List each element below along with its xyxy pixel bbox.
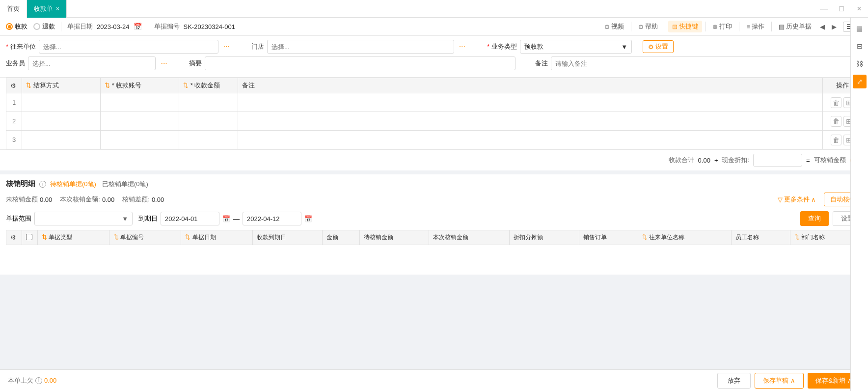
due-date-end-input[interactable] xyxy=(243,212,301,225)
check-col-header[interactable] xyxy=(22,230,38,245)
business-type-select[interactable]: 预收款 ▼ xyxy=(520,40,632,54)
staff-input[interactable] xyxy=(28,56,156,70)
more-conditions-btn[interactable]: ▽ 更多条件 ∧ xyxy=(778,195,816,204)
video-btn[interactable]: ⊙ 视频 xyxy=(600,21,628,32)
staff-field: 业务员 ··· xyxy=(6,56,169,70)
gear-col-header[interactable]: ⚙ xyxy=(6,230,22,245)
save-draft-button[interactable]: 保存草稿 ∧ xyxy=(755,373,804,389)
sidebar-print-icon[interactable]: ⊟ xyxy=(853,39,867,53)
note-input[interactable] xyxy=(551,56,862,70)
equals-sign: = xyxy=(806,157,810,164)
discount-header: 折扣分摊额 xyxy=(510,230,579,245)
settlement-cell-3[interactable] xyxy=(22,131,101,149)
current-amount-header: 本次核销金额 xyxy=(429,230,510,245)
store-input[interactable] xyxy=(267,40,454,54)
range-filter-field: 单据范围 ▼ xyxy=(6,212,133,225)
bottom-info-icon[interactable]: i xyxy=(35,377,42,384)
toolbar-row: 收款 退款 单据日期 2023-03-24 📅 单据编号 SK-20230324… xyxy=(0,18,868,36)
summary-input[interactable] xyxy=(205,56,516,70)
business-type-label: 业务类型 xyxy=(487,42,517,51)
history-btn[interactable]: ▤ 历史单据 xyxy=(775,21,815,32)
account-cell-2[interactable] xyxy=(101,112,179,131)
settlement-cell-2[interactable] xyxy=(22,112,101,131)
print-btn[interactable]: ⊜ 打印 xyxy=(708,21,736,32)
delete-btn-2[interactable]: 🗑 xyxy=(831,116,841,127)
business-type-field: 业务类型 预收款 ▼ ⚙ 设置 xyxy=(487,40,674,54)
save-draft-label: 保存草稿 xyxy=(763,376,788,385)
settlement-cell-1[interactable] xyxy=(22,93,101,112)
stat-unchecked: 未核销金额 0.00 xyxy=(6,195,52,204)
cal-start-icon[interactable]: 📅 xyxy=(222,215,230,223)
gear-icon-small[interactable]: ⚙ xyxy=(10,234,16,241)
query-btn[interactable]: 查询 xyxy=(800,211,829,226)
discount-input[interactable] xyxy=(753,154,802,167)
gear-icon-header[interactable]: ⚙ xyxy=(10,82,16,89)
radio-refund[interactable]: 退款 xyxy=(33,22,55,31)
bottom-table-wrapper: ⚙ ⇅ 单据类型 ⇅ 单据编号 ⇅ 单据日期 收款到期日 金额 待 xyxy=(6,230,862,270)
sidebar-table-icon[interactable]: ▦ xyxy=(853,22,867,35)
tab-home[interactable]: 首页 xyxy=(0,0,27,18)
operation-icon: ≡ xyxy=(746,23,750,30)
sidebar-expand-icon[interactable]: ⤢ xyxy=(853,75,867,88)
verify-info-icon[interactable]: i xyxy=(39,181,46,188)
tab-bar: 首页 收款单 × — □ × xyxy=(0,0,868,18)
operation-btn[interactable]: ≡ 操作 xyxy=(742,21,768,32)
date-range: 📅 — 📅 xyxy=(161,212,312,225)
delete-btn-1[interactable]: 🗑 xyxy=(831,97,841,108)
account-cell-3[interactable] xyxy=(101,131,179,149)
filter-row: 单据范围 ▼ 到期日 📅 — 📅 查询 设置 xyxy=(6,211,862,226)
sales-order-header: 销售订单 xyxy=(579,230,638,245)
counterparty-more-icon[interactable]: ··· xyxy=(221,42,232,51)
verify-tab-pending[interactable]: 待核销单据(0笔) xyxy=(50,180,96,189)
doc-type-header: ⇅ 单据类型 xyxy=(38,230,109,245)
pending-amount-header: 待核销金额 xyxy=(359,230,429,245)
video-icon: ⊙ xyxy=(604,23,610,30)
calendar-icon[interactable]: 📅 xyxy=(134,23,142,30)
chevron-down-icon: ▼ xyxy=(122,215,128,223)
amount-cell-1[interactable] xyxy=(179,93,238,112)
help-btn[interactable]: ⊙ 帮助 xyxy=(634,21,662,32)
staff-name-header: 员工名称 xyxy=(732,230,790,245)
next-arrow[interactable]: ▶ xyxy=(828,21,840,32)
minimize-button[interactable]: — xyxy=(815,0,833,18)
account-cell-1[interactable] xyxy=(101,93,179,112)
select-all-checkbox[interactable] xyxy=(26,234,32,240)
counterparty-input[interactable] xyxy=(39,40,218,54)
gear-header[interactable]: ⚙ xyxy=(6,78,22,93)
divider xyxy=(631,22,631,31)
doc-no-value: SK-20230324-001 xyxy=(184,23,236,30)
prev-arrow[interactable]: ◀ xyxy=(816,21,828,32)
chevron-up-icon-draft: ∧ xyxy=(790,377,795,384)
delete-btn-3[interactable]: 🗑 xyxy=(831,135,841,145)
help-label: 帮助 xyxy=(645,22,658,31)
table-row: 2 🗑 ⊞ xyxy=(6,112,862,131)
tab-close-icon[interactable]: × xyxy=(56,5,59,12)
shortcut-btn[interactable]: ⊟ 快捷键 xyxy=(668,21,702,32)
discount-label: 现金折扣: xyxy=(722,156,749,165)
note-cell-3[interactable] xyxy=(238,131,823,149)
sidebar-attach-icon[interactable]: ⛓ xyxy=(853,57,867,71)
verification-section: 核销明细 i 待核销单据(0笔) 已核销单据(0笔) 未核销金额 0.00 本次… xyxy=(0,174,868,275)
verification-table: ⚙ ⇅ 单据类型 ⇅ 单据编号 ⇅ 单据日期 收款到期日 金额 待 xyxy=(6,230,862,245)
tab-receipt[interactable]: 收款单 × xyxy=(27,0,67,18)
amount-cell-2[interactable] xyxy=(179,112,238,131)
row-num-2: 2 xyxy=(6,112,22,131)
amount-cell-3[interactable] xyxy=(179,131,238,149)
range-select[interactable]: ▼ xyxy=(34,212,133,225)
operation-label: 操作 xyxy=(752,22,764,31)
staff-more-icon[interactable]: ··· xyxy=(159,59,169,68)
radio-receipt[interactable]: 收款 xyxy=(6,22,27,31)
table-row: 3 🗑 ⊞ xyxy=(6,131,862,149)
store-more-icon[interactable]: ··· xyxy=(457,42,467,51)
due-date-start-input[interactable] xyxy=(161,212,219,225)
verify-title: 核销明细 xyxy=(6,179,35,189)
cal-end-icon[interactable]: 📅 xyxy=(304,215,312,223)
verify-tab-done[interactable]: 已核销单据(0笔) xyxy=(102,180,148,189)
note-cell-2[interactable] xyxy=(238,112,823,131)
close-button[interactable]: × xyxy=(850,0,868,18)
note-cell-1[interactable] xyxy=(238,93,823,112)
maximize-button[interactable]: □ xyxy=(833,0,850,18)
divider2 xyxy=(665,22,665,31)
settings-button[interactable]: ⚙ 设置 xyxy=(643,40,674,53)
abandon-button[interactable]: 放弃 xyxy=(717,373,751,389)
